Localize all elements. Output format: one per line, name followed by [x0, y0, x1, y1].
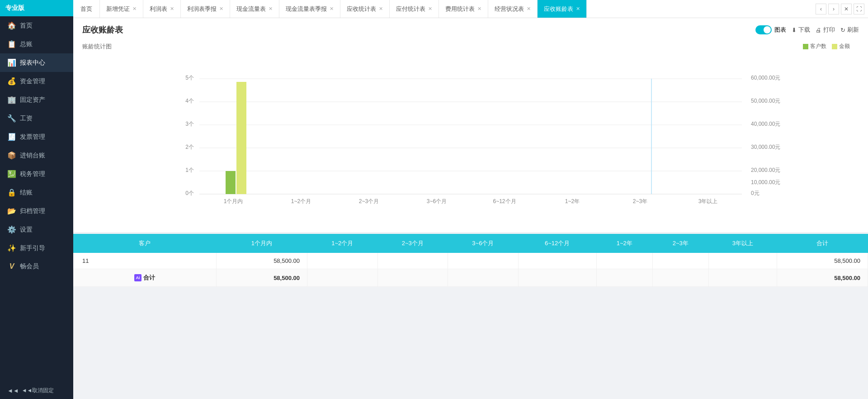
sidebar-item-label: 资金管理 — [20, 77, 45, 86]
sidebar-item-home[interactable]: 🏠 首页 — [0, 16, 73, 35]
th-y-more: 3年以上 — [708, 234, 777, 253]
tab-next-button[interactable]: › — [828, 4, 839, 14]
reports-icon: 📊 — [7, 58, 16, 67]
svg-text:3个: 3个 — [185, 121, 194, 127]
sidebar-item-label: 工资 — [20, 114, 33, 123]
tab-close-icon[interactable]: ✕ — [330, 6, 334, 12]
sidebar-item-label: 结账 — [20, 189, 33, 197]
table-total-row: Ai 合计 58,500.00 58,500.00 — [73, 269, 868, 287]
print-button[interactable]: 🖨 打印 — [816, 26, 835, 34]
download-button[interactable]: ⬇ 下载 — [792, 26, 810, 34]
refresh-icon: ↻ — [840, 27, 845, 33]
page-content: 应收账龄表 图表 ⬇ 下载 🖨 打印 ↻ 刷新 — [73, 18, 868, 399]
tab-cashflow-q[interactable]: 现金流量表季报 ✕ — [279, 0, 340, 18]
sidebar: 专业版 🏠 首页 📋 总账 📊 报表中心 💰 资金管理 🏢 固定资产 🔧 工资 … — [0, 0, 73, 399]
sidebar-item-label: 总账 — [20, 40, 33, 48]
sidebar-item-payroll[interactable]: 🔧 工资 — [0, 109, 73, 128]
sidebar-item-closing[interactable]: 🔒 结账 — [0, 183, 73, 202]
sidebar-item-stock[interactable]: 📦 进销台账 — [0, 146, 73, 165]
cell-y-more — [708, 253, 777, 269]
sidebar-item-label: 首页 — [20, 22, 33, 30]
sidebar-item-invoice[interactable]: 🧾 发票管理 — [0, 128, 73, 146]
tab-close-icon[interactable]: ✕ — [170, 6, 174, 12]
pin-label: ◄◄取消固定 — [22, 387, 54, 394]
sidebar-item-reports[interactable]: 📊 报表中心 — [0, 53, 73, 72]
tab-profit-q[interactable]: 利润表季报 ✕ — [181, 0, 230, 18]
sidebar-item-archive[interactable]: 📂 归档管理 — [0, 202, 73, 220]
cell-y2 — [596, 253, 652, 269]
print-label: 打印 — [823, 26, 835, 34]
tab-close-icon[interactable]: ✕ — [132, 6, 137, 12]
svg-text:1~2个月: 1~2个月 — [291, 198, 311, 204]
sidebar-item-label: 发票管理 — [20, 133, 45, 141]
app-logo: 专业版 — [0, 0, 73, 16]
chart-toggle[interactable]: 图表 — [755, 25, 786, 34]
tab-close-icon[interactable]: ✕ — [576, 6, 580, 12]
cell-m12 — [518, 253, 596, 269]
tab-cashflow[interactable]: 现金流量表 ✕ — [230, 0, 279, 18]
tab-profit[interactable]: 利润表 ✕ — [143, 0, 181, 18]
tab-expense[interactable]: 费用统计表 ✕ — [439, 0, 488, 18]
download-label: 下载 — [798, 26, 810, 34]
tab-close-icon[interactable]: ✕ — [428, 6, 432, 12]
sidebar-item-capital[interactable]: 💰 资金管理 — [0, 72, 73, 90]
sidebar-item-guide[interactable]: ✨ 新手引导 — [0, 239, 73, 257]
sidebar-pin-toggle[interactable]: ◄◄ ◄◄取消固定 — [0, 382, 73, 399]
page-title: 应收账龄表 — [82, 24, 123, 35]
pin-icon: ◄◄ — [7, 387, 19, 394]
tax-icon: 💹 — [7, 170, 16, 178]
sidebar-item-ledger[interactable]: 📋 总账 — [0, 35, 73, 53]
tab-ar-aging[interactable]: 应收账龄表 ✕ — [538, 0, 587, 18]
tab-label: 利润表 — [150, 5, 167, 13]
cell-m2 — [307, 253, 377, 269]
tab-close-icon[interactable]: ✕ — [219, 6, 223, 12]
refresh-button[interactable]: ↻ 刷新 — [840, 26, 859, 34]
th-m12: 6~12个月 — [518, 234, 596, 253]
tab-close-icon[interactable]: ✕ — [477, 6, 481, 12]
svg-text:2个: 2个 — [185, 144, 194, 150]
total-text: 合计 — [143, 274, 155, 282]
print-icon: 🖨 — [816, 27, 821, 33]
tab-label: 新增凭证 — [106, 5, 130, 13]
svg-text:4个: 4个 — [185, 98, 194, 104]
tab-voucher[interactable]: 新增凭证 ✕ — [100, 0, 143, 18]
tab-label: 应收统计表 — [347, 5, 376, 13]
total-m1: 58,500.00 — [216, 269, 307, 287]
tab-prev-button[interactable]: ‹ — [816, 4, 826, 14]
total-m6 — [448, 269, 519, 287]
tab-label: 现金流量表季报 — [286, 5, 327, 13]
tab-close-all-button[interactable]: ✕ — [841, 4, 852, 14]
toggle-track[interactable] — [755, 25, 772, 34]
tab-controls: ‹ › ✕ ⛶ — [812, 4, 868, 14]
bar-amount-0 — [236, 82, 246, 194]
ledger-icon: 📋 — [7, 40, 16, 48]
member-icon: V — [7, 262, 16, 271]
cell-total: 58,500.00 — [777, 253, 868, 269]
sidebar-item-tax[interactable]: 💹 税务管理 — [0, 165, 73, 183]
tab-close-icon[interactable]: ✕ — [269, 6, 273, 12]
tab-close-icon[interactable]: ✕ — [379, 6, 383, 12]
archive-icon: 📂 — [7, 207, 16, 215]
svg-text:0个: 0个 — [185, 190, 194, 196]
tab-home[interactable]: 首页 — [73, 0, 100, 18]
svg-text:1个: 1个 — [185, 167, 194, 173]
sidebar-item-assets[interactable]: 🏢 固定资产 — [0, 90, 73, 109]
sidebar-item-member[interactable]: V 畅会员 — [0, 257, 73, 276]
tab-close-icon[interactable]: ✕ — [527, 6, 531, 12]
tab-ap-stat[interactable]: 应付统计表 ✕ — [390, 0, 439, 18]
table-row: 11 58,500.00 58,500.00 — [73, 253, 868, 269]
sidebar-item-settings[interactable]: ⚙️ 设置 — [0, 220, 73, 239]
th-m6: 3~6个月 — [448, 234, 519, 253]
svg-text:40,000.00元: 40,000.00元 — [751, 121, 780, 127]
legend-customers: 客户数 — [803, 43, 826, 50]
tab-label: 现金流量表 — [236, 5, 266, 13]
tab-home-label: 首页 — [80, 5, 92, 13]
tab-ar-stat[interactable]: 应收统计表 ✕ — [340, 0, 390, 18]
toggle-label: 图表 — [774, 26, 786, 34]
tab-bar: 首页 新增凭证 ✕ 利润表 ✕ 利润表季报 ✕ 现金流量表 ✕ 现金流量表季报 … — [73, 0, 868, 18]
sidebar-item-label: 税务管理 — [20, 170, 45, 178]
tab-expand-button[interactable]: ⛶ — [854, 4, 864, 14]
tab-bizstatus[interactable]: 经营状况表 ✕ — [488, 0, 538, 18]
home-icon: 🏠 — [7, 21, 16, 30]
svg-text:3~6个月: 3~6个月 — [427, 198, 447, 204]
